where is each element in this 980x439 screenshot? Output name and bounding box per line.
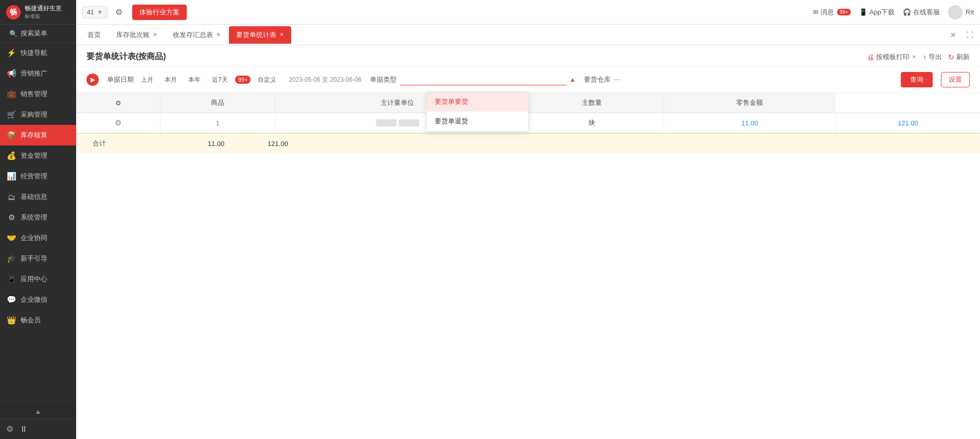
sidebar-item-enterprise[interactable]: 🤝 企业协同 xyxy=(0,228,76,248)
sidebar-item-member[interactable]: 👑 畅会员 xyxy=(0,310,76,331)
nav-label-inventory: 库存核算 xyxy=(21,131,47,140)
print-icon: 🖨 xyxy=(867,53,874,61)
service-item[interactable]: 🎧 在线客服 xyxy=(903,8,940,17)
page-content: 要货单统计表(按商品) 🖨 按模板打印 ▼ ↑ 导出 ↻ 刷新 xyxy=(76,45,980,439)
tabs-bar: 首页库存批次账✕收发存汇总表✕要货单统计表✕ ✕ ⛶ xyxy=(76,25,980,45)
nav-icon-quick-nav: ⚡ xyxy=(6,48,16,58)
sidebar-item-operations[interactable]: 📊 经营管理 xyxy=(0,166,76,187)
refresh-btn[interactable]: ↻ 刷新 xyxy=(948,52,970,62)
setup-btn[interactable]: 设置 xyxy=(941,72,970,87)
nav-icon-sales: 💼 xyxy=(6,89,16,99)
close-tab-inventory-batch[interactable]: ✕ xyxy=(153,31,157,38)
footer-amount: 121.00 xyxy=(247,140,309,148)
nav-label-wechat: 企业微信 xyxy=(21,295,47,304)
date-prev-month-btn[interactable]: 上月 xyxy=(137,74,157,86)
sidebar-item-inventory[interactable]: 📦 库存核算 xyxy=(0,125,76,145)
page-title: 要货单统计表(按商品) xyxy=(86,51,166,62)
print-btn[interactable]: 🖨 按模板打印 ▼ xyxy=(867,52,917,62)
messages-item[interactable]: ✉ 消息 99+ xyxy=(813,8,851,17)
nav-icon-marketing: 📢 xyxy=(6,68,16,79)
filter-expand-btn[interactable]: ▶ xyxy=(86,74,99,86)
close-tab-requisition-stats[interactable]: ✕ xyxy=(279,31,284,38)
nav-label-sales: 销售管理 xyxy=(21,89,47,99)
topbar: 41 ▼ ⚙ 体验行业方案 ✉ 消息 99+ 📱 App下载 🎧 在线客服 R xyxy=(76,0,980,25)
sidebar-item-wechat[interactable]: 💬 企业微信 xyxy=(0,289,76,310)
tab-label-home: 首页 xyxy=(87,30,101,40)
page-actions: 🖨 按模板打印 ▼ ↑ 导出 ↻ 刷新 xyxy=(867,52,970,62)
type-input[interactable] xyxy=(400,74,566,85)
user-info[interactable]: Rit xyxy=(948,5,974,20)
query-btn[interactable]: 查询 xyxy=(901,72,933,87)
dropdown-item-order-goods[interactable]: 要货单要货 xyxy=(426,92,528,112)
nav-icon-basic: 🗂 xyxy=(6,192,16,202)
date-filter-group: 单据日期 上月 本月 本年 近7天 99+ 自定义 xyxy=(107,74,280,86)
sidebar-item-quick-nav[interactable]: ⚡ 快捷导航 xyxy=(0,43,76,63)
close-tab-receivable-summary[interactable]: ✕ xyxy=(216,31,221,38)
type-dropdown-arrow[interactable]: ▲ xyxy=(569,76,576,83)
refresh-icon: ↻ xyxy=(948,53,954,61)
tab-home[interactable]: 首页 xyxy=(80,26,108,44)
industry-btn[interactable]: 体验行业方案 xyxy=(132,5,187,20)
sidebar-scroll-down[interactable]: ▲ xyxy=(0,404,76,418)
nav-label-member: 畅会员 xyxy=(21,316,41,325)
company-name: 41 xyxy=(87,9,94,16)
tab-requisition-stats[interactable]: 要货单统计表✕ xyxy=(229,26,291,44)
export-btn[interactable]: ↑ 导出 xyxy=(923,52,942,62)
date-last7days-btn[interactable]: 近7天 xyxy=(208,74,232,86)
print-dropdown-arrow: ▼ xyxy=(912,54,917,60)
nav-label-enterprise: 企业协同 xyxy=(21,233,47,243)
sidebar-item-purchase[interactable]: 🛒 采购管理 xyxy=(0,104,76,125)
warehouse-more-btn[interactable]: ··· xyxy=(614,75,620,84)
sidebar-item-guide[interactable]: 🎓 新手引导 xyxy=(0,248,76,269)
sidebar-item-sales[interactable]: 💼 销售管理 xyxy=(0,84,76,104)
date-more-btn[interactable]: 99+ xyxy=(235,76,251,84)
tab-inventory-batch[interactable]: 库存批次账✕ xyxy=(109,26,165,44)
sidebar-item-basic[interactable]: 🗂 基础信息 xyxy=(0,187,76,207)
row-settings-icon[interactable]: ⚙ xyxy=(115,118,121,127)
topbar-settings-icon[interactable]: ⚙ xyxy=(112,5,126,20)
sidebar-nav: ⚡ 快捷导航 📢 营销推广 💼 销售管理 🛒 采购管理 📦 库存核算 💰 资金管… xyxy=(0,43,76,404)
nav-icon-operations: 📊 xyxy=(6,171,16,181)
footer-label: 合计 xyxy=(82,139,185,148)
export-icon: ↑ xyxy=(923,53,926,61)
row-settings: ⚙ xyxy=(76,113,161,133)
sidebar-item-system[interactable]: ⚙ 系统管理 xyxy=(0,207,76,228)
page-inner: 要货单统计表(按商品) 🖨 按模板打印 ▼ ↑ 导出 ↻ 刷新 xyxy=(76,45,980,439)
app-download-item[interactable]: 📱 App下载 xyxy=(859,8,895,17)
tab-receivable-summary[interactable]: 收发存汇总表✕ xyxy=(166,26,228,44)
company-selector[interactable]: 41 ▼ xyxy=(82,6,108,19)
settings-icon[interactable]: ⚙ xyxy=(6,424,13,434)
tabs-right: ✕ ⛶ xyxy=(947,29,976,41)
date-this-month-btn[interactable]: 本月 xyxy=(161,74,181,86)
sidebar-logo: 畅 畅捷通好生意 标准版 xyxy=(0,0,76,25)
table-footer: 合计 11.00 121.00 xyxy=(76,133,980,153)
date-this-year-btn[interactable]: 本年 xyxy=(184,74,205,86)
sidebar-item-finance[interactable]: 💰 资金管理 xyxy=(0,145,76,166)
nav-icon-system: ⚙ xyxy=(6,212,16,223)
type-dropdown: 要货单要货要货单退货 xyxy=(426,92,529,132)
nav-icon-member: 👑 xyxy=(6,315,16,325)
search-icon: 🔍 xyxy=(9,30,17,38)
close-all-tabs-btn[interactable]: ✕ xyxy=(947,29,959,41)
col-header-0[interactable]: ⚙ xyxy=(76,93,161,113)
date-custom-btn[interactable]: 自定义 xyxy=(254,74,280,86)
nav-icon-appstore: 📱 xyxy=(6,274,16,284)
help-icon[interactable]: ⏸ xyxy=(20,425,28,434)
tab-label-requisition-stats: 要货单统计表 xyxy=(236,30,276,40)
dropdown-item-order-return[interactable]: 要货单退货 xyxy=(426,112,528,131)
nav-icon-purchase: 🛒 xyxy=(6,109,16,120)
sidebar-item-appstore[interactable]: 📱 应用中心 xyxy=(0,269,76,289)
row-unit: 块 xyxy=(520,113,664,133)
nav-label-operations: 经营管理 xyxy=(21,172,47,181)
logo-text: 畅捷通好生意 标准版 xyxy=(25,5,62,20)
nav-label-basic: 基础信息 xyxy=(21,192,47,202)
type-label: 单据类型 xyxy=(370,75,397,84)
nav-icon-guide: 🎓 xyxy=(6,253,16,264)
sidebar-item-marketing[interactable]: 📢 营销推广 xyxy=(0,63,76,84)
expand-tabs-btn[interactable]: ⛶ xyxy=(964,29,976,41)
nav-icon-finance: 💰 xyxy=(6,151,16,161)
nav-icon-inventory: 📦 xyxy=(6,130,16,140)
search-menu[interactable]: 🔍 搜索菜单 xyxy=(0,25,76,43)
main-area: 41 ▼ ⚙ 体验行业方案 ✉ 消息 99+ 📱 App下载 🎧 在线客服 R xyxy=(76,0,980,439)
service-icon: 🎧 xyxy=(903,8,911,16)
